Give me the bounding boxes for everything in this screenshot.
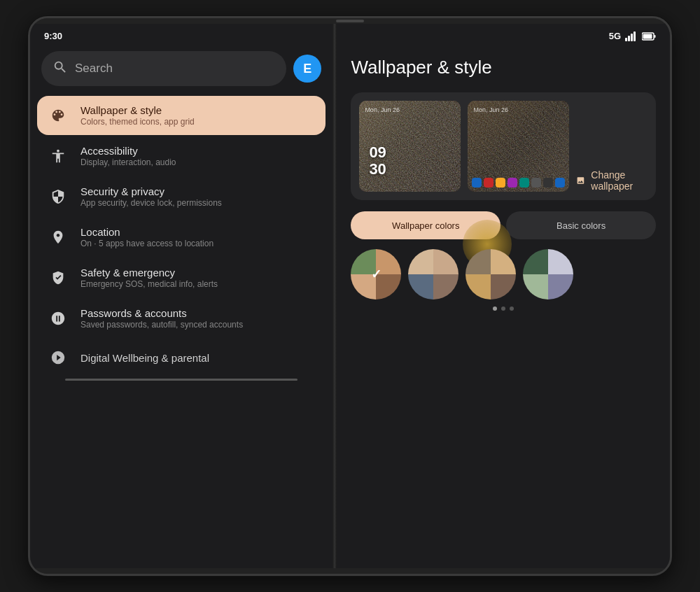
mini-icon-6 (531, 178, 541, 188)
palette-icon (48, 106, 68, 125)
tab-basic-colors[interactable]: Basic colors (506, 211, 656, 239)
preview-icons-row (472, 178, 565, 188)
svg-rect-2 (631, 34, 633, 41)
change-wallpaper-button[interactable]: Change wallpaper (576, 169, 648, 192)
svg-rect-3 (634, 31, 636, 41)
battery-icon (642, 32, 656, 41)
mini-icon-1 (472, 178, 482, 188)
mini-icon-8 (555, 178, 565, 188)
tab-basic-colors-label: Basic colors (556, 220, 606, 231)
color-swatches: ✓ (351, 249, 656, 299)
wallpaper-text: Wallpaper & style Colors, themed icons, … (80, 104, 195, 127)
right-panel: 5G Wallpaper & style (337, 24, 670, 568)
hinge-divider (332, 24, 337, 568)
swatch-2[interactable] (408, 249, 458, 299)
mini-icon-2 (484, 178, 493, 188)
wellbeing-text: Digital Wellbeing & parental (80, 352, 209, 364)
safety-text: Safety & emergency Emergency SOS, medica… (80, 267, 218, 289)
change-wallpaper-icon (576, 174, 585, 187)
wallpaper-title: Wallpaper & style (80, 104, 195, 116)
safety-subtitle: Emergency SOS, medical info, alerts (80, 279, 218, 289)
preview-date-2: Mon, Jun 26 (473, 106, 508, 113)
preview-card-2[interactable]: Mon, Jun 26 (468, 101, 569, 192)
mini-icon-5 (519, 178, 529, 188)
preview-bg-2: Mon, Jun 26 (468, 101, 569, 192)
device-screen: 9:30 Search E (30, 24, 670, 568)
status-bar-right: 5G (337, 24, 670, 45)
accessibility-subtitle: Display, interaction, audio (80, 157, 176, 167)
settings-item-location[interactable]: Location On · 5 apps have access to loca… (37, 218, 326, 257)
security-title: Security & privacy (80, 185, 222, 197)
svg-rect-5 (654, 35, 656, 38)
tab-wallpaper-colors[interactable]: Wallpaper colors (351, 211, 500, 239)
network-indicator: 5G (609, 31, 621, 41)
left-panel: 9:30 Search E (30, 24, 332, 568)
wellbeing-icon (48, 348, 68, 367)
device-frame: 9:30 Search E (28, 16, 672, 576)
bottom-device-bar (30, 568, 670, 574)
swatch-4[interactable] (523, 249, 573, 299)
settings-item-wallpaper[interactable]: Wallpaper & style Colors, themed icons, … (37, 96, 326, 135)
settings-item-wellbeing[interactable]: Digital Wellbeing & parental (37, 339, 326, 376)
dot-1 (493, 306, 497, 311)
accessibility-text: Accessibility Display, interaction, audi… (80, 145, 176, 167)
wallpaper-subtitle: Colors, themed icons, app grid (80, 117, 195, 127)
tab-wallpaper-colors-label: Wallpaper colors (392, 220, 459, 231)
search-placeholder: Search (75, 62, 113, 76)
passwords-subtitle: Saved passwords, autofill, synced accoun… (80, 320, 243, 330)
security-text: Security & privacy App security, device … (80, 185, 222, 208)
safety-title: Safety & emergency (80, 267, 218, 279)
settings-item-safety[interactable]: Safety & emergency Emergency SOS, medica… (37, 258, 326, 297)
right-content: Wallpaper & style (337, 45, 670, 568)
accessibility-icon (48, 146, 68, 166)
scroll-hint (65, 379, 298, 381)
location-subtitle: On · 5 apps have access to location (80, 239, 214, 248)
time-display: 9:30 (44, 31, 318, 41)
location-icon (48, 227, 68, 247)
search-row: Search E (30, 45, 332, 92)
wallpaper-previews: Mon, Jun 26 0930 Mon, Jun 26 (351, 92, 656, 200)
preview-bg-1: Mon, Jun 26 0930 (359, 101, 461, 192)
svg-rect-1 (628, 36, 630, 41)
swatch-3[interactable] (465, 249, 516, 299)
swatch-check-icon: ✓ (371, 267, 382, 282)
change-wallpaper-label: Change wallpaper (591, 169, 648, 192)
security-subtitle: App security, device lock, permissions (80, 198, 222, 208)
signal-icon (625, 31, 638, 41)
avatar[interactable]: E (293, 55, 321, 83)
passwords-text: Passwords & accounts Saved passwords, au… (80, 307, 243, 330)
settings-item-security[interactable]: Security & privacy App security, device … (37, 177, 326, 216)
mini-icon-7 (543, 178, 553, 188)
preview-date-1: Mon, Jun 26 (365, 106, 400, 113)
passwords-title: Passwords & accounts (80, 307, 243, 319)
search-bar[interactable]: Search (41, 51, 286, 86)
settings-item-passwords[interactable]: Passwords & accounts Saved passwords, au… (37, 299, 326, 338)
settings-item-accessibility[interactable]: Accessibility Display, interaction, audi… (37, 136, 326, 176)
top-hinge (30, 18, 670, 24)
svg-rect-6 (643, 34, 652, 38)
location-title: Location (80, 226, 214, 238)
accessibility-title: Accessibility (80, 145, 176, 157)
security-icon (48, 187, 68, 206)
svg-rect-0 (625, 38, 627, 41)
preview-card-1[interactable]: Mon, Jun 26 0930 (359, 101, 461, 192)
color-tabs: Wallpaper colors Basic colors (351, 211, 656, 239)
dot-3 (510, 306, 514, 311)
location-text: Location On · 5 apps have access to loca… (80, 226, 214, 248)
mini-icon-3 (496, 178, 505, 188)
dot-2 (501, 306, 505, 311)
mini-icon-4 (507, 178, 517, 188)
wallpaper-page-title: Wallpaper & style (351, 57, 656, 78)
search-icon (52, 59, 68, 78)
safety-icon (48, 268, 68, 288)
settings-list: Wallpaper & style Colors, themed icons, … (30, 92, 332, 568)
swatch-1[interactable]: ✓ (351, 249, 401, 299)
dots-indicator (351, 306, 656, 311)
wellbeing-title: Digital Wellbeing & parental (80, 352, 209, 364)
passwords-icon (48, 309, 68, 328)
status-bar-left: 9:30 (30, 24, 332, 45)
preview-time-1: 0930 (369, 144, 386, 178)
